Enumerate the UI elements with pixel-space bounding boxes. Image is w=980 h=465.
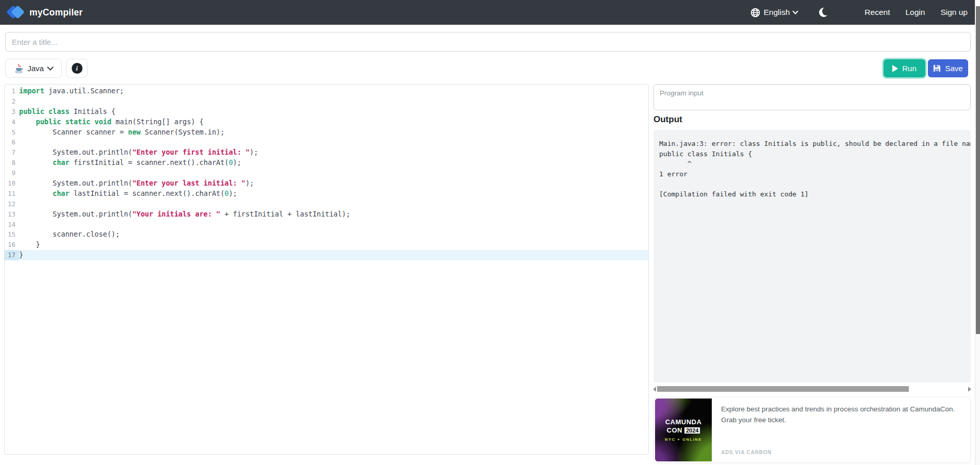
language-label: English <box>764 8 790 17</box>
title-input[interactable] <box>5 32 971 52</box>
line-number: 3 <box>5 107 19 117</box>
language-info-button[interactable]: i <box>66 59 88 78</box>
code-line[interactable]: 10 System.out.println("Enter your last i… <box>5 178 648 189</box>
globe-icon <box>750 8 760 18</box>
scrollbar-thumb[interactable] <box>657 386 909 392</box>
code-line[interactable]: 9 <box>5 168 648 178</box>
code-line[interactable]: 15 scanner.close(); <box>5 229 648 240</box>
code-line[interactable]: 14 <box>5 220 648 230</box>
run-button[interactable]: Run <box>884 59 925 77</box>
chevron-down-icon <box>793 8 798 14</box>
language-selector-label: Java <box>27 64 44 73</box>
info-icon: i <box>72 63 83 74</box>
nav-link-signup[interactable]: Sign up <box>940 8 968 17</box>
java-icon <box>14 63 23 73</box>
ad-text-link[interactable]: Explore best practices and trends in pro… <box>721 404 958 425</box>
chevron-down-icon <box>47 64 54 71</box>
nav-link-login[interactable]: Login <box>905 8 925 17</box>
code-line[interactable]: 13 System.out.println("Your initials are… <box>5 209 648 220</box>
save-icon <box>933 64 941 72</box>
ad-image-year: 2024 <box>684 427 700 434</box>
ad-image-title2: CON <box>667 426 682 434</box>
code-line[interactable]: 6 <box>5 137 648 147</box>
line-number: 4 <box>5 117 19 127</box>
output-text: Main.java:3: error: class Initials is pu… <box>659 139 971 199</box>
line-number: 1 <box>5 86 19 96</box>
play-icon <box>892 65 898 72</box>
brand-logo-icon <box>7 5 25 20</box>
ad-image-subtitle: NYC + ONLINE <box>665 437 702 442</box>
line-number: 8 <box>5 158 19 168</box>
scroll-right-arrow-icon[interactable] <box>968 387 971 392</box>
ad-image[interactable]: CAMUNDA CON 2024 NYC + ONLINE <box>655 398 712 461</box>
save-button-label: Save <box>945 64 962 73</box>
brand[interactable]: myCompiler <box>7 5 83 20</box>
line-number: 14 <box>5 220 19 230</box>
run-button-label: Run <box>902 64 917 73</box>
code-line[interactable]: 1import java.util.Scanner; <box>5 86 648 96</box>
language-dropdown[interactable]: English <box>750 8 798 18</box>
code-editor[interactable]: 1import java.util.Scanner;23public class… <box>4 84 649 455</box>
navbar: myCompiler English Recent Login Sign up <box>0 0 980 25</box>
code-line[interactable]: 11 char lastInitial = scanner.next().cha… <box>5 189 648 199</box>
code-line[interactable]: 2 <box>5 96 648 107</box>
moon-icon <box>819 8 828 17</box>
output-panel: Main.java:3: error: class Initials is pu… <box>654 130 971 383</box>
code-line[interactable]: 8 char firstInitial = scanner.next().cha… <box>5 158 648 168</box>
ad-image-title: CAMUNDA <box>665 418 702 426</box>
line-number: 2 <box>5 96 19 107</box>
line-number: 13 <box>5 209 19 220</box>
program-input[interactable] <box>654 84 971 110</box>
dark-mode-toggle[interactable] <box>819 7 829 18</box>
carbon-ad: CAMUNDA CON 2024 NYC + ONLINE Explore be… <box>654 397 971 463</box>
save-button[interactable]: Save <box>928 59 968 77</box>
code-line[interactable]: 17} <box>5 250 648 260</box>
line-number: 5 <box>5 127 19 138</box>
code-line[interactable]: 16 } <box>5 240 648 250</box>
code-line[interactable]: 7 System.out.println("Enter your first i… <box>5 147 648 158</box>
scrollbar-thumb[interactable] <box>976 6 980 334</box>
line-number: 17 <box>5 250 19 260</box>
scroll-left-arrow-icon[interactable] <box>653 387 656 392</box>
line-number: 10 <box>5 178 19 189</box>
nav-link-recent[interactable]: Recent <box>864 8 890 17</box>
line-number: 7 <box>5 147 19 158</box>
language-selector-button[interactable]: Java <box>5 59 62 78</box>
output-heading: Output <box>654 114 682 125</box>
code-line[interactable]: 3public class Initials { <box>5 107 648 117</box>
output-horizontal-scrollbar[interactable] <box>652 385 972 393</box>
line-number: 11 <box>5 189 19 199</box>
code-line[interactable]: 4 public static void main(String[] args)… <box>5 117 648 127</box>
code-line[interactable]: 12 <box>5 199 648 209</box>
brand-name: myCompiler <box>29 7 83 18</box>
line-number: 9 <box>5 168 19 178</box>
ad-attribution-link[interactable]: ADS VIA CARBON <box>721 450 772 455</box>
line-number: 12 <box>5 199 19 209</box>
line-number: 6 <box>5 137 19 147</box>
code-line[interactable]: 5 Scanner scanner = new Scanner(System.i… <box>5 127 648 138</box>
line-number: 16 <box>5 240 19 250</box>
line-number: 15 <box>5 229 19 240</box>
page-vertical-scrollbar[interactable] <box>975 0 980 465</box>
code-lines: 1import java.util.Scanner;23public class… <box>5 86 648 260</box>
